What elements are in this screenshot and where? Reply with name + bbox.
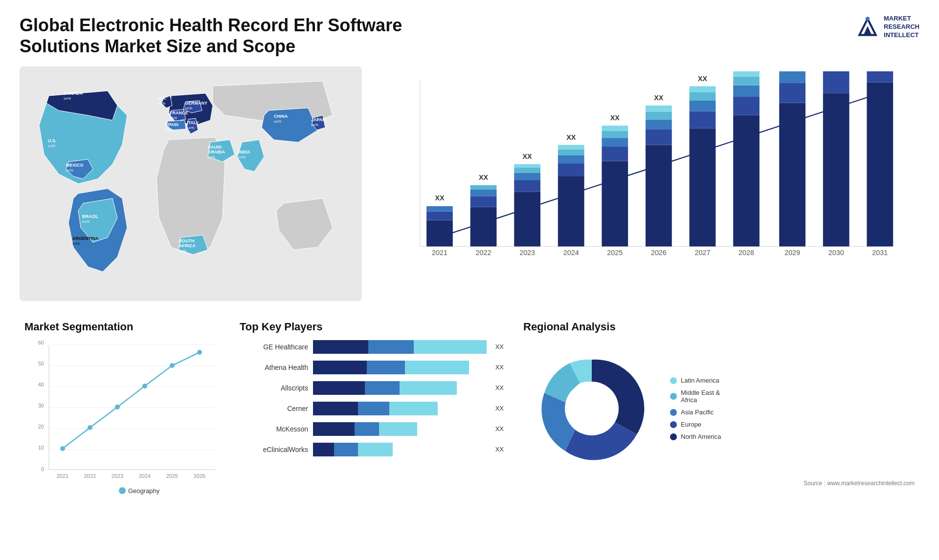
svg-text:xx%: xx% bbox=[64, 96, 71, 101]
legend-item-europe: Europe bbox=[670, 421, 721, 428]
top-section: CANADA xx% U.S. xx% MEXICO xx% BRAZIL xx… bbox=[20, 66, 919, 301]
svg-point-134 bbox=[119, 487, 126, 494]
svg-text:U.K.: U.K. bbox=[158, 96, 167, 101]
header: Global Electronic Health Record Ehr Soft… bbox=[20, 15, 919, 57]
svg-text:XX: XX bbox=[698, 75, 708, 83]
player-bar bbox=[313, 361, 487, 374]
svg-text:xx%: xx% bbox=[48, 144, 55, 148]
svg-point-124 bbox=[115, 405, 120, 409]
growth-bar-chart: XX 2021 XX 2022 XX 2023 bbox=[381, 71, 910, 281]
logo-area: MARKET RESEARCH INTELLECT bbox=[855, 15, 919, 40]
page: Global Electronic Health Record Ehr Soft… bbox=[0, 0, 939, 560]
svg-rect-95 bbox=[779, 83, 805, 103]
player-name: GE Healthcare bbox=[240, 343, 308, 351]
player-row: GE Healthcare XX bbox=[240, 340, 504, 354]
donut-chart bbox=[523, 340, 660, 477]
svg-rect-103 bbox=[867, 83, 893, 247]
legend-item-latin: Latin America bbox=[670, 377, 721, 384]
logo-icon bbox=[855, 15, 880, 39]
player-value: XX bbox=[495, 361, 504, 374]
svg-text:SAUDI: SAUDI bbox=[208, 145, 222, 150]
growth-chart-area: XX 2021 XX 2022 XX 2023 bbox=[372, 66, 919, 301]
svg-text:2023: 2023 bbox=[519, 249, 535, 257]
svg-rect-99 bbox=[823, 93, 850, 247]
segmentation-chart: 0 10 20 30 40 50 60 bbox=[24, 340, 220, 496]
svg-text:JAPAN: JAPAN bbox=[311, 117, 326, 122]
svg-text:2025: 2025 bbox=[166, 473, 178, 479]
svg-rect-63 bbox=[558, 145, 584, 150]
svg-rect-91 bbox=[733, 71, 760, 77]
svg-point-2 bbox=[866, 17, 870, 21]
svg-rect-77 bbox=[646, 106, 672, 112]
player-bar bbox=[313, 381, 487, 395]
legend-label-na: North America bbox=[681, 433, 721, 440]
svg-text:2027: 2027 bbox=[695, 249, 711, 257]
player-value: XX bbox=[495, 381, 504, 395]
logo-text: MARKET RESEARCH INTELLECT bbox=[884, 15, 919, 40]
svg-point-122 bbox=[60, 446, 65, 451]
legend-dot-na bbox=[670, 433, 677, 440]
players-title: Top Key Players bbox=[240, 321, 504, 333]
player-bar bbox=[313, 402, 487, 415]
svg-text:xx%: xx% bbox=[82, 219, 89, 224]
player-bar bbox=[313, 340, 487, 354]
svg-text:2026: 2026 bbox=[194, 473, 205, 479]
svg-text:2030: 2030 bbox=[828, 249, 844, 257]
svg-text:SPAIN: SPAIN bbox=[165, 122, 179, 127]
svg-text:FRANCE: FRANCE bbox=[170, 110, 188, 115]
player-name: Cerner bbox=[240, 405, 308, 412]
svg-text:XX: XX bbox=[479, 174, 489, 182]
player-row: eClinicalWorks XX bbox=[240, 443, 504, 456]
svg-rect-80 bbox=[690, 129, 716, 247]
svg-text:xx%: xx% bbox=[170, 116, 177, 120]
player-bar bbox=[313, 422, 487, 436]
svg-point-126 bbox=[170, 363, 175, 368]
donut-wrap: Latin America Middle East &Africa Asia P… bbox=[523, 340, 915, 477]
svg-text:CHINA: CHINA bbox=[274, 114, 288, 119]
legend-label-europe: Europe bbox=[681, 421, 701, 428]
svg-text:60: 60 bbox=[38, 340, 44, 345]
source-text: Source : www.marketresearchintellect.com bbox=[523, 480, 915, 487]
svg-text:Geography: Geography bbox=[128, 487, 160, 495]
svg-rect-84 bbox=[690, 86, 716, 93]
svg-text:2031: 2031 bbox=[872, 249, 888, 257]
svg-text:xx%: xx% bbox=[179, 249, 186, 253]
svg-text:ITALY: ITALY bbox=[187, 120, 199, 125]
svg-rect-104 bbox=[867, 71, 893, 82]
svg-text:2024: 2024 bbox=[563, 249, 579, 257]
svg-rect-62 bbox=[558, 150, 584, 156]
svg-rect-94 bbox=[779, 103, 805, 247]
svg-rect-66 bbox=[602, 161, 628, 247]
svg-text:40: 40 bbox=[38, 382, 44, 388]
legend-dot-apac bbox=[670, 409, 677, 416]
legend-item-apac: Asia Pacific bbox=[670, 409, 721, 416]
legend-item-na: North America bbox=[670, 433, 721, 440]
map-area: CANADA xx% U.S. xx% MEXICO xx% BRAZIL xx… bbox=[20, 66, 362, 301]
svg-text:xx%: xx% bbox=[66, 168, 73, 172]
svg-rect-88 bbox=[733, 97, 760, 115]
svg-text:INDIA: INDIA bbox=[238, 150, 250, 154]
svg-rect-81 bbox=[690, 111, 716, 129]
svg-text:2023: 2023 bbox=[112, 473, 123, 479]
svg-rect-46 bbox=[470, 207, 497, 247]
svg-text:ARABIA: ARABIA bbox=[208, 150, 225, 154]
svg-rect-42 bbox=[426, 212, 453, 220]
logo-box: MARKET RESEARCH INTELLECT bbox=[855, 15, 919, 40]
svg-text:MEXICO: MEXICO bbox=[66, 163, 84, 168]
svg-rect-53 bbox=[514, 180, 540, 192]
svg-rect-43 bbox=[426, 206, 453, 212]
player-value: XX bbox=[495, 340, 504, 354]
svg-text:XX: XX bbox=[654, 94, 664, 102]
svg-rect-89 bbox=[733, 86, 760, 97]
svg-text:2021: 2021 bbox=[432, 249, 447, 257]
svg-rect-75 bbox=[646, 120, 672, 129]
svg-text:xx%: xx% bbox=[274, 119, 281, 124]
player-name: eClinicalWorks bbox=[240, 446, 308, 453]
svg-text:2021: 2021 bbox=[57, 473, 68, 479]
svg-rect-68 bbox=[602, 138, 628, 147]
svg-rect-59 bbox=[558, 176, 584, 246]
segmentation-area: Market Segmentation 0 10 20 30 40 50 60 bbox=[20, 316, 225, 521]
players-area: Top Key Players GE Healthcare XX Athena … bbox=[235, 316, 509, 521]
donut-legend: Latin America Middle East &Africa Asia P… bbox=[670, 377, 721, 440]
svg-point-125 bbox=[142, 384, 147, 388]
